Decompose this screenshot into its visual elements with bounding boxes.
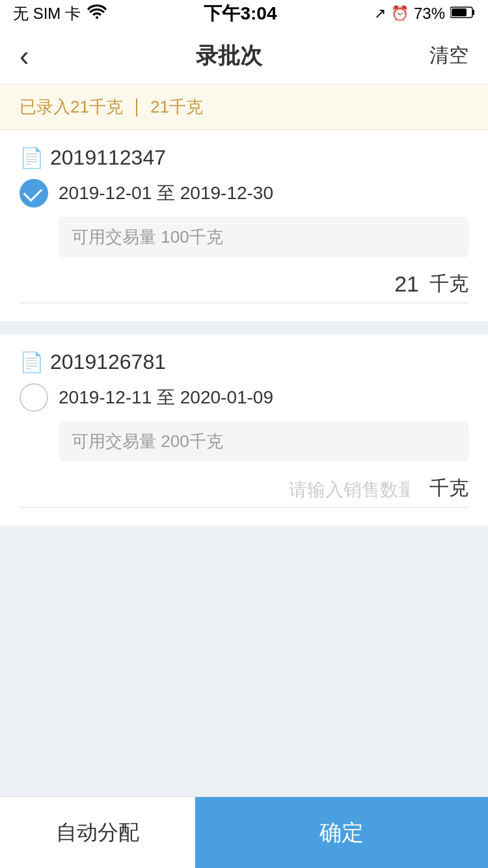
- batch-date-1: 2019-12-01 至 2019-12-30: [59, 181, 273, 206]
- back-icon: ‹: [20, 42, 29, 70]
- clear-button[interactable]: 清空: [429, 42, 468, 69]
- summary-banner: 已录入21千克 21千克: [0, 85, 488, 130]
- doc-icon-2: 📄: [20, 351, 44, 373]
- batch-date-2: 2019-12-11 至 2020-01-09: [59, 385, 273, 410]
- doc-icon-1: 📄: [20, 146, 44, 169]
- status-left: 无 SIM 卡: [13, 3, 107, 24]
- batch-input-field-2[interactable]: [289, 476, 419, 501]
- confirm-button[interactable]: 确定: [195, 797, 488, 868]
- status-time: 下午3:04: [204, 1, 277, 26]
- bottom-buttons: 自动分配 确定: [0, 796, 488, 868]
- nav-bar: ‹ 录批次 清空: [0, 27, 488, 85]
- alarm-icon: ⏰: [391, 5, 409, 22]
- batch-qty-text-1: 可用交易量 100千克: [72, 227, 223, 247]
- batch-id-1: 2019112347: [50, 146, 166, 170]
- batch-card-2: 📄 2019126781 2019-12-11 至 2020-01-09 可用交…: [0, 334, 488, 526]
- batch-qty-bar-2: 可用交易量 200千克: [59, 421, 468, 462]
- location-icon: ↗: [374, 5, 386, 22]
- wifi-icon: [87, 5, 107, 23]
- empty-space: [0, 526, 488, 819]
- auto-distribute-button[interactable]: 自动分配: [0, 797, 195, 868]
- radio-btn-2[interactable]: [20, 383, 48, 412]
- svg-rect-2: [452, 8, 467, 16]
- batch-header-1: 📄 2019112347: [20, 146, 468, 170]
- batch-date-row-1: 2019-12-01 至 2019-12-30: [20, 179, 468, 208]
- battery-icon: [450, 5, 475, 23]
- batch-card-1: 📄 2019112347 2019-12-01 至 2019-12-30 可用交…: [0, 130, 488, 321]
- carrier-text: 无 SIM 卡: [13, 3, 81, 24]
- card-divider: [0, 321, 488, 334]
- batch-unit-2: 千克: [429, 475, 468, 502]
- page-title: 录批次: [196, 41, 262, 71]
- batch-qty-bar-1: 可用交易量 100千克: [59, 217, 468, 258]
- radio-btn-1[interactable]: [20, 179, 48, 208]
- status-right: ↗ ⏰ 73%: [374, 5, 475, 23]
- batch-input-row-2: 千克: [20, 475, 468, 508]
- batch-header-2: 📄 2019126781: [20, 350, 468, 374]
- svg-rect-1: [472, 10, 474, 15]
- batch-unit-1: 千克: [429, 271, 468, 297]
- batch-date-row-2: 2019-12-11 至 2020-01-09: [20, 383, 468, 412]
- content-area: 📄 2019112347 2019-12-01 至 2019-12-30 可用交…: [0, 130, 488, 842]
- batch-id-2: 2019126781: [50, 350, 166, 374]
- summary-divider: [136, 98, 137, 116]
- status-bar: 无 SIM 卡 下午3:04 ↗ ⏰ 73%: [0, 0, 488, 27]
- recorded-label: 已录入21千克: [20, 96, 123, 118]
- battery-text: 73%: [414, 5, 445, 23]
- batch-qty-text-2: 可用交易量 200千克: [72, 431, 223, 451]
- batch-input-row-1: 21 千克: [20, 271, 468, 303]
- summary-value: 21千克: [150, 96, 203, 118]
- back-button[interactable]: ‹: [20, 42, 29, 70]
- batch-input-value-1: 21: [394, 271, 419, 297]
